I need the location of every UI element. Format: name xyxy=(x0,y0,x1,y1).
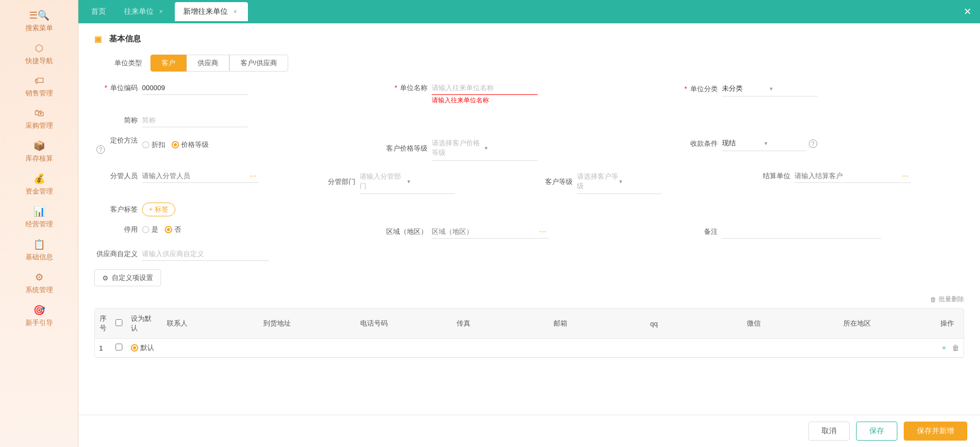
custom-settings-button[interactable]: ⚙ 自定义项设置 xyxy=(94,269,161,286)
section-icon: ▣ xyxy=(94,34,102,44)
abbreviation-input[interactable] xyxy=(142,113,248,127)
sidebar-item-guide[interactable]: 🎯 新手引导 xyxy=(0,299,78,332)
sidebar-item-search[interactable]: ☰🔍 搜索菜单 xyxy=(0,4,78,37)
delete-row-icon[interactable]: 🗑 xyxy=(952,344,959,352)
customer-tag-field: 客户标签 + 标签 xyxy=(94,203,964,216)
sidebar-item-purchase[interactable]: 🛍 采购管理 xyxy=(0,102,78,135)
region-more-icon[interactable]: ··· xyxy=(537,227,548,236)
cell-contact[interactable] xyxy=(163,339,260,357)
customer-tag-label: 客户标签 xyxy=(94,205,142,214)
form-row-7: 供应商自定义 xyxy=(94,247,964,261)
sidebar-item-label: 搜索菜单 xyxy=(25,23,53,33)
email-input[interactable] xyxy=(554,344,642,352)
sidebar: ☰🔍 搜索菜单 ⬡ 快捷导航 🏷 销售管理 🛍 采购管理 📦 库存核算 💰 资金… xyxy=(0,0,78,447)
type-btn-both[interactable]: 客户/供应商 xyxy=(229,55,288,72)
supplier-custom-field: 供应商自定义 xyxy=(94,247,964,261)
unit-name-label: * 单位名称 xyxy=(384,83,432,93)
save-and-new-button[interactable]: 保存并新增 xyxy=(904,422,967,441)
manager-more-icon[interactable]: ··· xyxy=(247,171,259,181)
type-btn-supplier[interactable]: 供应商 xyxy=(186,55,229,72)
cell-fax[interactable] xyxy=(452,339,549,357)
set-default-radio[interactable]: 默认 xyxy=(131,343,158,353)
fax-input[interactable] xyxy=(457,344,545,352)
supplier-custom-label: 供应商自定义 xyxy=(94,249,142,259)
disabled-option-yes[interactable]: 是 xyxy=(142,225,158,234)
delete-icon: 🗑 xyxy=(930,296,937,303)
cell-email[interactable] xyxy=(549,339,646,357)
tab-close-units[interactable]: × xyxy=(157,7,165,16)
chevron-down-icon: ▾ xyxy=(619,176,662,188)
select-all-checkbox[interactable] xyxy=(115,319,122,326)
cell-address[interactable] xyxy=(259,339,356,357)
table-header-row: 🗑 批量删除 xyxy=(94,295,964,304)
remark-input[interactable] xyxy=(722,225,881,239)
sidebar-item-label: 经营管理 xyxy=(25,220,53,229)
pricing-option-level[interactable]: 价格等级 xyxy=(172,140,209,150)
col-action: 操作 xyxy=(936,309,964,339)
tab-new-unit[interactable]: 新增往来单位 × xyxy=(175,2,248,21)
unit-name-error: 请输入往来单位名称 xyxy=(432,96,489,105)
add-row-icon[interactable]: ＋ xyxy=(940,343,948,353)
sidebar-item-finance[interactable]: 💰 资金管理 xyxy=(0,168,78,200)
phone-input[interactable] xyxy=(360,344,449,352)
chevron-down-icon: ▾ xyxy=(485,142,538,154)
sidebar-item-quicknav[interactable]: ⬡ 快捷导航 xyxy=(0,37,78,70)
region-label: 区域（地区） xyxy=(384,227,432,236)
main-content: 首页 往来单位 × 新增往来单位 × ✕ ▣ 基本信息 单位类型 客户 供应商 … xyxy=(78,0,980,447)
add-tag-button[interactable]: + 标签 xyxy=(142,203,175,216)
contact-input[interactable] xyxy=(167,344,255,352)
manager-input[interactable] xyxy=(142,169,247,182)
pricing-option-discount[interactable]: 折扣 xyxy=(142,140,165,150)
address-input[interactable] xyxy=(263,344,352,352)
region-input[interactable] xyxy=(432,225,537,238)
search-icon: ☰🔍 xyxy=(29,10,49,21)
cell-qq[interactable] xyxy=(646,339,743,357)
pricing-help-icon[interactable]: ? xyxy=(96,145,105,154)
settlement-unit-input[interactable] xyxy=(795,169,900,182)
purchase-icon: 🛍 xyxy=(34,108,44,119)
supplier-custom-input[interactable] xyxy=(142,247,269,261)
payment-terms-select[interactable]: 现结 ▾ xyxy=(722,136,807,151)
unit-name-input[interactable] xyxy=(432,81,538,95)
manager-field: 分管人员 ··· xyxy=(94,169,312,183)
disabled-option-no[interactable]: 否 xyxy=(165,225,181,234)
sidebar-item-label: 资金管理 xyxy=(25,187,53,196)
tab-close-new-unit[interactable]: × xyxy=(231,7,239,16)
customer-level-select[interactable]: 请选择客户等级 ▾ xyxy=(577,169,662,194)
tab-home[interactable]: 首页 xyxy=(83,2,114,21)
window-close-icon[interactable]: ✕ xyxy=(959,4,976,20)
gear-icon: ⚙ xyxy=(102,274,109,282)
batch-delete-button[interactable]: 🗑 批量删除 xyxy=(930,295,964,304)
customer-price-level-field: 客户价格等级 请选择客户价格等级 ▾ xyxy=(384,136,674,161)
customer-price-level-select[interactable]: 请选择客户价格等级 ▾ xyxy=(432,136,538,161)
sidebar-item-sales[interactable]: 🏷 销售管理 xyxy=(0,70,78,102)
sidebar-item-system[interactable]: ⚙ 系统管理 xyxy=(0,266,78,299)
sidebar-item-inventory[interactable]: 📦 库存核算 xyxy=(0,135,78,168)
payment-help-icon[interactable]: ? xyxy=(809,139,817,148)
cell-region[interactable] xyxy=(839,339,936,357)
unit-category-select[interactable]: 未分类 ▾ xyxy=(722,81,817,97)
sidebar-item-label: 快捷导航 xyxy=(25,56,53,66)
form-row-5: 客户标签 + 标签 xyxy=(94,203,964,216)
qq-input[interactable] xyxy=(650,344,738,352)
department-select[interactable]: 请输入分管部门 ▾ xyxy=(360,169,455,194)
type-btn-customer[interactable]: 客户 xyxy=(150,55,186,72)
row-checkbox[interactable] xyxy=(115,344,122,350)
sidebar-item-label: 库存核算 xyxy=(25,154,53,163)
settlement-more-icon[interactable]: ··· xyxy=(899,171,911,181)
cell-wechat[interactable] xyxy=(743,339,840,357)
col-default: 设为默认 xyxy=(127,309,163,339)
settlement-unit-label: 结算单位 xyxy=(747,171,795,181)
unit-category-field: * 单位分类 未分类 ▾ xyxy=(674,81,964,97)
cell-phone[interactable] xyxy=(356,339,453,357)
region-table-input[interactable] xyxy=(843,344,932,352)
sidebar-item-operations[interactable]: 📊 经营管理 xyxy=(0,200,78,233)
wechat-input[interactable] xyxy=(747,344,835,352)
form-row-6: 停用 是 否 区域（地区） ··· xyxy=(94,225,964,239)
tab-units[interactable]: 往来单位 × xyxy=(115,2,174,21)
save-button[interactable]: 保存 xyxy=(856,422,897,441)
cancel-button[interactable]: 取消 xyxy=(808,422,850,441)
customer-level-field: 客户等级 请选择客户等级 ▾ xyxy=(529,169,747,194)
unit-code-input[interactable] xyxy=(142,81,248,95)
sidebar-item-basic[interactable]: 📋 基础信息 xyxy=(0,233,78,266)
